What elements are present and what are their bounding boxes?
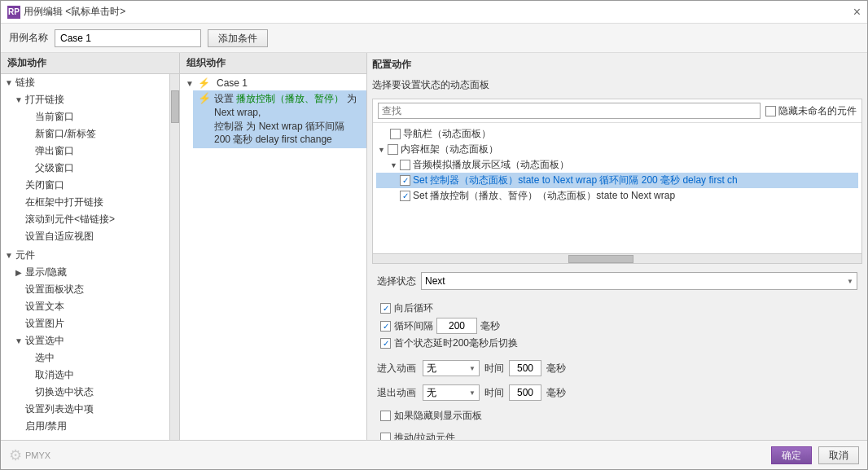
tree-row-enable-disable[interactable]: ▶ 启用/禁用 xyxy=(11,419,169,434)
checkbox-playback[interactable] xyxy=(400,191,410,201)
tree-item-close-window[interactable]: ▶ 关闭窗口 xyxy=(11,177,169,194)
cancel-button[interactable]: 取消 xyxy=(818,446,859,464)
tree-row-open-in-frame[interactable]: ▶ 在框架中打开链接 xyxy=(11,195,169,210)
expand-case1[interactable]: ▼ xyxy=(185,78,195,88)
search-input[interactable] xyxy=(378,103,761,119)
exit-anim-row: 退出动画 无 ▼ 时间 毫秒 xyxy=(372,383,862,402)
rtree-row-playback[interactable]: Set 播放控制（播放、暂停）（动态面板）state to Next wrap xyxy=(376,188,858,204)
expand-audio-area[interactable]: ▼ xyxy=(390,161,397,169)
hide-unnamed-checkbox[interactable] xyxy=(765,106,776,116)
state-select-value: Next xyxy=(425,275,445,287)
tree-item-adaptive-view[interactable]: ▶ 设置自适应视图 xyxy=(11,228,169,245)
tree-row-new-tab[interactable]: ▶ 新窗口/新标签 xyxy=(20,126,169,142)
tree-item-open-in-frame[interactable]: ▶ 在框架中打开链接 xyxy=(11,194,169,211)
rtree-row-controller[interactable]: Set 控制器（动态面板）state to Next wrap 循环间隔 200… xyxy=(376,173,858,188)
horizontal-scrollbar-thumb[interactable] xyxy=(568,255,633,263)
expand-content-frame[interactable]: ▼ xyxy=(378,146,385,154)
tree-row-toggle-select[interactable]: ▶ 切换选中状态 xyxy=(20,384,169,400)
tree-row-open-link[interactable]: ▼ 打开链接 xyxy=(11,92,169,108)
app-icon: RP xyxy=(7,6,20,19)
tree-row-close-window[interactable]: ▶ 关闭窗口 xyxy=(11,178,169,193)
confirm-button[interactable]: 确定 xyxy=(771,446,812,464)
checkbox-navbar[interactable] xyxy=(390,129,401,139)
push-pull-checkbox[interactable] xyxy=(380,433,391,440)
label-popup: 弹出窗口 xyxy=(35,144,74,158)
checkbox-controller[interactable] xyxy=(400,175,410,186)
rtree-row-audio-area[interactable]: ▼ 音频模拟播放展示区域（动态面板） xyxy=(376,157,858,173)
enter-anim-type-select[interactable]: 无 ▼ xyxy=(423,360,480,376)
rtree-row-content-frame[interactable]: ▼ 内容框架（动态面板） xyxy=(376,142,858,157)
tree-item-select[interactable]: ▶ 选中 xyxy=(20,349,169,367)
enter-anim-label: 进入动画 xyxy=(377,362,418,376)
horizontal-scrollbar[interactable] xyxy=(373,253,861,263)
tree-row-current-window[interactable]: ▶ 当前窗口 xyxy=(20,109,169,125)
tree-row-scroll-to[interactable]: ▶ 滚动到元件<锚链接> xyxy=(11,212,169,227)
loop-forward-checkbox[interactable] xyxy=(380,303,391,314)
tree-row-popup[interactable]: ▶ 弹出窗口 xyxy=(20,143,169,159)
expand-show-hide[interactable]: ▶ xyxy=(14,268,24,278)
left-scrollbar-thumb[interactable] xyxy=(171,90,179,123)
tree-item-open-link[interactable]: ▼ 打开链接 xyxy=(11,91,169,108)
tree-item-show-hide[interactable]: ▶ 显示/隐藏 xyxy=(11,264,169,281)
close-button[interactable]: × xyxy=(853,5,861,20)
tree-item-new-tab[interactable]: ▶ 新窗口/新标签 xyxy=(20,125,169,143)
tree-row-deselect[interactable]: ▶ 取消选中 xyxy=(20,367,169,383)
bottom-bar: ⚙ PMYX 确定 取消 xyxy=(1,440,867,469)
exit-anim-time-input[interactable] xyxy=(509,384,541,401)
tree-item-set-panel-state[interactable]: ▶ 设置面板状态 xyxy=(11,281,169,298)
rtree-row-navbar[interactable]: 导航栏（动态面板） xyxy=(376,126,858,142)
label-parent-window: 父级窗口 xyxy=(35,161,74,175)
expand-set-selected[interactable]: ▼ xyxy=(14,336,24,346)
left-scroll-area: ▼ 链接 ▼ 打开链接 ▶ 当前窗口 xyxy=(1,74,179,440)
tree-row-select[interactable]: ▶ 选中 xyxy=(20,350,169,366)
label-scroll-to: 滚动到元件<锚链接> xyxy=(25,213,115,226)
case1-label: Case 1 xyxy=(217,77,248,89)
exit-anim-type-select[interactable]: 无 ▼ xyxy=(423,384,480,401)
expand-open-link[interactable]: ▼ xyxy=(14,95,24,105)
tree-row-set-text[interactable]: ▶ 设置文本 xyxy=(11,299,169,314)
expand-elements[interactable]: ▼ xyxy=(4,251,14,261)
tree-item-current-window[interactable]: ▶ 当前窗口 xyxy=(20,108,169,125)
first-delay-checkbox[interactable] xyxy=(380,338,391,349)
checkbox-content-frame[interactable] xyxy=(388,144,398,155)
state-select-box[interactable]: Next ▼ xyxy=(421,272,857,290)
mid-action-item[interactable]: ⚡ 设置 播放控制（播放、暂停） 为 Next wrap, 控制器 为 Next… xyxy=(193,90,366,148)
add-action-panel: 添加动作 ▼ 链接 ▼ 打开链接 xyxy=(1,53,180,440)
tree-row-set-panel-state[interactable]: ▶ 设置面板状态 xyxy=(11,282,169,297)
tree-item-set-image[interactable]: ▶ 设置图片 xyxy=(11,315,169,332)
tree-item-popup[interactable]: ▶ 弹出窗口 xyxy=(20,143,169,160)
loop-interval-checkbox[interactable] xyxy=(380,321,391,332)
tree-item-elements[interactable]: ▼ 元件 xyxy=(1,245,169,264)
tree-row-chain[interactable]: ▼ 链接 xyxy=(1,75,169,90)
tree-row-set-list[interactable]: ▶ 设置列表选中项 xyxy=(11,402,169,417)
tree-item-scroll-to[interactable]: ▶ 滚动到元件<锚链接> xyxy=(11,211,169,228)
tree-item-parent-window[interactable]: ▶ 父级窗口 xyxy=(20,160,169,177)
pmyx-logo-area: ⚙ PMYX xyxy=(9,446,50,464)
tree-item-set-selected[interactable]: ▼ 设置选中 xyxy=(11,332,169,349)
enter-anim-time-input[interactable] xyxy=(509,360,541,376)
label-set-image: 设置图片 xyxy=(25,317,64,331)
add-condition-button[interactable]: 添加条件 xyxy=(208,29,268,47)
tree-item-toggle-select[interactable]: ▶ 切换选中状态 xyxy=(20,384,169,401)
show-if-hidden-checkbox[interactable] xyxy=(380,411,391,421)
left-scrollbar[interactable] xyxy=(169,74,179,440)
left-tree-scroll[interactable]: ▼ 链接 ▼ 打开链接 ▶ 当前窗口 xyxy=(1,74,169,440)
tree-item-chain[interactable]: ▼ 链接 xyxy=(1,74,169,91)
tree-row-show-hide[interactable]: ▶ 显示/隐藏 xyxy=(11,265,169,280)
tree-row-adaptive-view[interactable]: ▶ 设置自适应视图 xyxy=(11,229,169,244)
tree-row-parent-window[interactable]: ▶ 父级窗口 xyxy=(20,160,169,176)
right-tree: 导航栏（动态面板） ▼ 内容框架（动态面板） ▼ 音频模拟播放展示区域（动态面板… xyxy=(373,123,861,253)
tree-item-enable-disable[interactable]: ▶ 启用/禁用 xyxy=(11,418,169,435)
tree-row-elements[interactable]: ▼ 元件 xyxy=(1,248,169,263)
tree-item-set-list[interactable]: ▶ 设置列表选中项 xyxy=(11,401,169,418)
enter-anim-ms: 毫秒 xyxy=(546,362,566,376)
case1-lightning-icon: ⚡ xyxy=(198,77,210,89)
tree-item-set-text[interactable]: ▶ 设置文本 xyxy=(11,298,169,315)
tree-item-deselect[interactable]: ▶ 取消选中 xyxy=(20,367,169,384)
expand-chain[interactable]: ▼ xyxy=(4,78,14,88)
case-name-input[interactable] xyxy=(55,29,201,47)
tree-row-set-selected[interactable]: ▼ 设置选中 xyxy=(11,333,169,349)
tree-row-set-image[interactable]: ▶ 设置图片 xyxy=(11,316,169,332)
loop-interval-input[interactable] xyxy=(436,318,477,334)
checkbox-audio-area[interactable] xyxy=(400,160,410,170)
